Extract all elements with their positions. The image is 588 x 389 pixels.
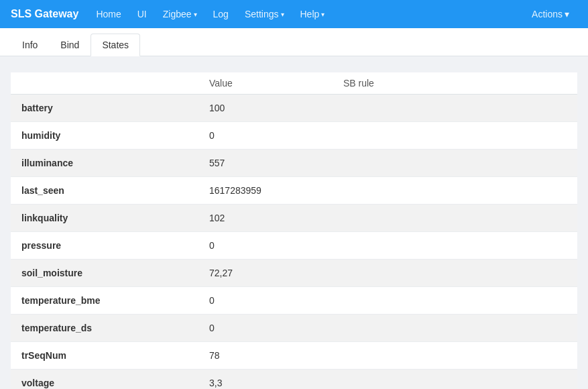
nav-help[interactable]: Help ▾ [294, 0, 332, 28]
row-sbrule [333, 232, 577, 260]
row-value: 102 [198, 205, 333, 232]
row-sbrule [333, 260, 577, 287]
row-value: 1617283959 [198, 177, 333, 205]
row-value: 0 [198, 232, 333, 260]
table-row: trSeqNum78 [11, 342, 577, 370]
col-header-value: Value [198, 72, 333, 95]
row-name: temperature_bme [11, 287, 198, 315]
table-row: soil_moisture72,27 [11, 260, 577, 287]
tab-info[interactable]: Info [11, 34, 49, 56]
navbar: SLS Gateway Home UI Zigbee ▾ Log Setting… [0, 0, 588, 28]
row-value: 0 [198, 122, 333, 150]
row-value: 0 [198, 315, 333, 342]
states-table: Value SB rule battery100humidity0illumin… [11, 72, 577, 389]
nav-log[interactable]: Log [207, 0, 235, 28]
chevron-down-icon-settings: ▾ [281, 11, 284, 18]
nav-home[interactable]: Home [89, 0, 127, 28]
actions-label: Actions [532, 9, 563, 19]
row-name: soil_moisture [11, 260, 198, 287]
row-name: battery [11, 95, 198, 122]
table-row: pressure0 [11, 232, 577, 260]
col-header-name [11, 72, 198, 95]
table-body: battery100humidity0illuminance557last_se… [11, 95, 577, 390]
row-sbrule [333, 205, 577, 232]
row-sbrule [333, 315, 577, 342]
app-brand[interactable]: SLS Gateway [11, 8, 78, 20]
nav-zigbee-label: Zigbee [163, 9, 192, 19]
nav-ui[interactable]: UI [131, 0, 154, 28]
nav-log-label: Log [213, 9, 229, 19]
row-name: last_seen [11, 177, 198, 205]
nav-zigbee[interactable]: Zigbee ▾ [156, 0, 204, 28]
nav-home-label: Home [96, 9, 121, 19]
tab-bind[interactable]: Bind [49, 34, 91, 56]
tabs-container: Info Bind States [0, 28, 588, 56]
nav-settings-label: Settings [245, 9, 279, 19]
tab-states[interactable]: States [91, 34, 140, 56]
col-header-sbrule: SB rule [333, 72, 577, 95]
row-value: 100 [198, 95, 333, 122]
row-sbrule [333, 342, 577, 370]
chevron-down-icon: ▾ [194, 11, 197, 18]
table-header-row: Value SB rule [11, 72, 577, 95]
main-content: Value SB rule battery100humidity0illumin… [0, 56, 588, 389]
row-value: 78 [198, 342, 333, 370]
table-row: temperature_ds0 [11, 315, 577, 342]
row-sbrule [333, 122, 577, 150]
nav-ui-label: UI [137, 9, 147, 19]
table-row: temperature_bme0 [11, 287, 577, 315]
row-sbrule [333, 95, 577, 122]
table-row: linkquality102 [11, 205, 577, 232]
table-row: battery100 [11, 95, 577, 122]
tabs: Info Bind States [11, 34, 577, 56]
nav-help-label: Help [300, 9, 320, 19]
row-name: voltage [11, 370, 198, 390]
row-name: trSeqNum [11, 342, 198, 370]
actions-button[interactable]: Actions ▾ [524, 5, 577, 23]
chevron-down-icon-help: ▾ [321, 11, 325, 18]
table-row: voltage3,3 [11, 370, 577, 390]
row-value: 72,27 [198, 260, 333, 287]
row-name: pressure [11, 232, 198, 260]
row-name: humidity [11, 122, 198, 150]
row-sbrule [333, 150, 577, 177]
row-sbrule [333, 370, 577, 390]
row-value: 3,3 [198, 370, 333, 390]
row-sbrule [333, 177, 577, 205]
table-row: last_seen1617283959 [11, 177, 577, 205]
row-name: temperature_ds [11, 315, 198, 342]
row-value: 0 [198, 287, 333, 315]
row-value: 557 [198, 150, 333, 177]
row-name: linkquality [11, 205, 198, 232]
table-row: humidity0 [11, 122, 577, 150]
nav-settings[interactable]: Settings ▾ [238, 0, 291, 28]
row-sbrule [333, 287, 577, 315]
chevron-down-icon-actions: ▾ [565, 9, 569, 19]
table-row: illuminance557 [11, 150, 577, 177]
row-name: illuminance [11, 150, 198, 177]
